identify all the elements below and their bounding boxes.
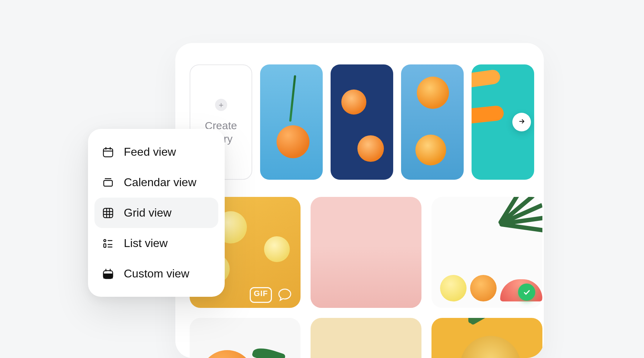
calendar-stack-icon — [102, 176, 114, 189]
grid-row — [190, 318, 530, 358]
view-option-label: Custom view — [124, 267, 189, 280]
content-panel: ＋ Create story GIF — [175, 43, 544, 358]
grid-tile[interactable] — [190, 318, 301, 358]
comment-icon — [277, 287, 293, 303]
gif-badge-icon: GIF — [250, 287, 272, 303]
view-option-label: Calendar view — [124, 176, 196, 189]
view-option-grid[interactable]: Grid view — [94, 198, 218, 228]
grid-tile[interactable] — [431, 197, 542, 308]
grid-tile[interactable] — [431, 318, 542, 358]
svg-rect-2 — [103, 208, 113, 218]
svg-rect-1 — [104, 180, 112, 186]
selected-check-icon — [518, 284, 535, 301]
svg-point-3 — [104, 240, 106, 242]
svg-rect-0 — [103, 149, 113, 157]
story-thumbnail[interactable] — [401, 64, 464, 180]
svg-rect-4 — [104, 244, 106, 247]
view-option-custom[interactable]: Custom view — [94, 258, 218, 289]
svg-rect-6 — [103, 274, 113, 279]
view-switcher-menu: Feed view Calendar view Grid view List v… — [88, 129, 225, 297]
arrow-right-icon — [518, 117, 526, 127]
grid-tile[interactable] — [311, 318, 421, 358]
calendar-solid-icon — [102, 267, 114, 280]
view-option-label: Feed view — [124, 145, 176, 159]
calendar-day-icon — [102, 146, 114, 159]
plus-icon: ＋ — [215, 99, 227, 111]
grid-row: GIF — [190, 197, 530, 308]
story-next-button[interactable] — [512, 113, 531, 131]
story-thumbnail[interactable] — [331, 64, 393, 180]
view-option-label: Grid view — [124, 206, 171, 219]
grid-tile[interactable] — [311, 197, 421, 308]
list-icon — [102, 237, 114, 250]
view-option-feed[interactable]: Feed view — [94, 137, 218, 167]
story-row: ＋ Create story — [190, 64, 530, 180]
view-option-list[interactable]: List view — [94, 228, 218, 258]
view-option-label: List view — [124, 237, 168, 250]
view-option-calendar[interactable]: Calendar view — [94, 167, 218, 198]
story-thumbnail[interactable] — [260, 64, 323, 180]
grid-icon — [102, 207, 114, 219]
